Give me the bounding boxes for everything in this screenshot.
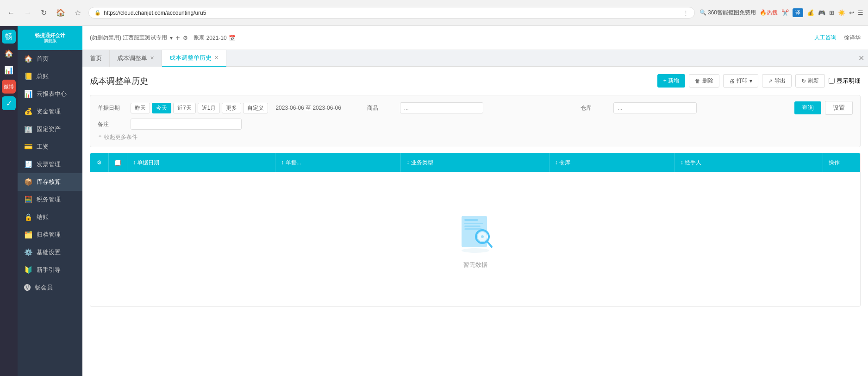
empty-state: 暂无数据 xyxy=(90,172,860,306)
topbar-company: (勿删勿禁用) 江西服宝测试专用 ▾ + ⚙ xyxy=(90,34,188,42)
game-tool[interactable]: 🎮 xyxy=(818,9,825,16)
date-buttons: 昨天 今天 近7天 近1月 更多 自定义 xyxy=(131,103,268,113)
rail-item-0[interactable]: 畅 xyxy=(2,30,16,44)
sidebar-item-close[interactable]: 🔒结账 xyxy=(18,208,82,226)
goods-select[interactable]: ... xyxy=(400,102,483,113)
th-num[interactable]: ↕ 单据... xyxy=(275,153,401,172)
url-text: https://cloud.chanjet.com/accounting/uru… xyxy=(104,10,680,16)
rail-item-3[interactable]: 微博 xyxy=(2,80,16,94)
sidebar-item-fixed-assets[interactable]: 🏢固定资产 xyxy=(18,120,82,138)
sidebar-item-settings[interactable]: ⚙️基础设置 xyxy=(18,244,82,261)
back-button[interactable]: ← xyxy=(5,8,18,18)
date-btn-1month[interactable]: 近1月 xyxy=(198,103,220,113)
sidebar-item-tax[interactable]: 🧮税务管理 xyxy=(18,191,82,208)
topbar-period: 账期 2021-10 📅 xyxy=(194,34,236,42)
print-dropdown-icon: ▾ xyxy=(749,78,752,84)
sidebar-icon-archive: 🗂️ xyxy=(24,231,33,239)
page-header: 成本调整单历史 + 新增 🗑 删除 🖨 打印 ▾ ↗ 导出 xyxy=(90,74,861,88)
print-button[interactable]: 🖨 打印 ▾ xyxy=(723,74,758,88)
undo-tool[interactable]: ↩ xyxy=(849,9,854,16)
username-text[interactable]: 徐译华 xyxy=(844,34,861,42)
sidebar-item-salary[interactable]: 💳工资 xyxy=(18,138,82,156)
theme-tool[interactable]: ☀️ xyxy=(838,9,845,16)
sidebar-label-salary: 工资 xyxy=(37,143,49,151)
sidebar-item-archive[interactable]: 🗂️归档管理 xyxy=(18,226,82,244)
sidebar-item-report[interactable]: 📊云报表中心 xyxy=(18,85,82,103)
rail-item-2[interactable]: 📊 xyxy=(2,63,16,77)
delete-button[interactable]: 🗑 删除 xyxy=(689,74,719,88)
date-range-text: 2023-06-06 至 2023-06-06 xyxy=(275,104,341,112)
date-btn-today[interactable]: 今天 xyxy=(152,103,171,113)
sidebar-item-guide[interactable]: 🔰新手引导 xyxy=(18,261,82,279)
close-all-btn[interactable]: ✕ xyxy=(858,54,864,63)
show-cols-checkbox[interactable] xyxy=(829,78,835,84)
date-btn-7days[interactable]: 近7天 xyxy=(173,103,196,113)
tab-cost-adjust[interactable]: 成本调整单 ✕ xyxy=(110,50,162,67)
warehouse-select-placeholder: ... xyxy=(618,105,622,111)
sidebar-icon-finance: 💰 xyxy=(24,107,33,116)
bookmark-button[interactable]: ☆ xyxy=(72,7,84,18)
tab-home[interactable]: 首页 xyxy=(82,50,110,67)
more-tool[interactable]: ☰ xyxy=(858,9,863,16)
th-operator[interactable]: ↕ 经手人 xyxy=(675,153,823,172)
refresh-button[interactable]: ↻ xyxy=(38,7,50,18)
address-bar[interactable]: 🔒 https://cloud.chanjet.com/accounting/u… xyxy=(88,7,695,19)
wallet-tool[interactable]: 💰 xyxy=(807,9,814,16)
filter-area: 单据日期 昨天 今天 近7天 近1月 更多 自定义 2023-06-06 至 2… xyxy=(90,95,861,147)
calendar-icon[interactable]: 📅 xyxy=(229,35,236,41)
date-btn-more[interactable]: 更多 xyxy=(222,103,241,113)
th-warehouse[interactable]: ↕ 仓库 xyxy=(550,153,675,172)
sidebar-item-finance[interactable]: 💰资金管理 xyxy=(18,103,82,120)
tab-cost-adjust-history-label: 成本调整单历史 xyxy=(169,54,212,62)
add-button[interactable]: + 新增 xyxy=(657,74,685,88)
date-filter-label: 单据日期 xyxy=(98,104,123,112)
select-all-checkbox[interactable] xyxy=(115,160,121,166)
sidebar-icon-invoice: 🧾 xyxy=(24,160,33,169)
apps-tool[interactable]: ⊞ xyxy=(829,9,834,16)
tab-cost-adjust-history-close[interactable]: ✕ xyxy=(214,55,219,61)
hot-search[interactable]: 🔥热搜 xyxy=(760,9,778,17)
remark-input[interactable] xyxy=(131,119,242,130)
address-bar-menu[interactable]: ⋮ xyxy=(683,9,689,16)
settings-icon[interactable]: ⚙ xyxy=(183,35,188,41)
sidebar-icon-report: 📊 xyxy=(24,90,33,98)
sidebar-item-member[interactable]: 🅥畅会员 xyxy=(18,279,82,296)
tab-cost-adjust-close[interactable]: ✕ xyxy=(150,55,154,61)
th-checkbox[interactable] xyxy=(109,153,127,172)
sidebar-item-inventory[interactable]: 📦库存核算 xyxy=(18,173,82,191)
sidebar-item-home[interactable]: 🏠首页 xyxy=(18,50,82,68)
date-btn-custom[interactable]: 自定义 xyxy=(243,103,268,113)
home-button[interactable]: 🏠 xyxy=(53,7,68,18)
company-dropdown-icon[interactable]: ▾ xyxy=(170,35,173,41)
logo-line1: 畅捷通好会计 xyxy=(35,32,65,38)
th-warehouse-label: ↕ 仓库 xyxy=(555,159,570,167)
show-cols-toggle[interactable]: 显示明细 xyxy=(829,77,861,85)
table-container: ⚙ ↕ 单据日期 ↕ 单据... ↕ 业务类型 ↕ 仓库 xyxy=(90,153,861,307)
th-settings[interactable]: ⚙ xyxy=(90,153,109,172)
refresh-btn[interactable]: ↻ 刷新 xyxy=(795,74,825,88)
export-button[interactable]: ↗ 导出 xyxy=(762,74,792,88)
tab-cost-adjust-history[interactable]: 成本调整单历史 ✕ xyxy=(162,50,226,67)
collapse-btn[interactable]: ⌃ 收起更多条件 xyxy=(98,133,853,141)
search-tool[interactable]: 🔍 360智能抠图免费用 xyxy=(699,9,756,17)
query-button[interactable]: 查询 xyxy=(794,101,821,114)
scissors-tool[interactable]: ✂️ xyxy=(781,9,789,16)
th-date[interactable]: ↕ 单据日期 xyxy=(127,153,275,172)
sidebar-item-ledger[interactable]: 📒总账 xyxy=(18,68,82,85)
svg-rect-2 xyxy=(464,219,478,221)
filter-settings-button[interactable]: 设置 xyxy=(825,101,853,115)
sidebar-icon-ledger: 📒 xyxy=(24,72,33,81)
translate-tool[interactable]: 译 xyxy=(793,8,803,17)
add-company-btn[interactable]: + xyxy=(175,34,180,42)
forward-button[interactable]: → xyxy=(21,8,34,18)
rail-item-1[interactable]: 🏠 xyxy=(2,46,16,60)
user-service-link[interactable]: 人工咨询 xyxy=(814,34,837,42)
rail-item-4[interactable]: ✓ xyxy=(2,96,16,110)
sidebar-item-invoice[interactable]: 🧾发票管理 xyxy=(18,156,82,173)
th-type[interactable]: ↕ 业务类型 xyxy=(401,153,549,172)
warehouse-select[interactable]: ... xyxy=(613,102,697,113)
tabs-bar: 首页 成本调整单 ✕ 成本调整单历史 ✕ ✕ xyxy=(82,50,868,67)
svg-rect-4 xyxy=(464,226,481,227)
date-btn-yesterday[interactable]: 昨天 xyxy=(131,103,150,113)
sidebar-label-home: 首页 xyxy=(37,55,49,63)
